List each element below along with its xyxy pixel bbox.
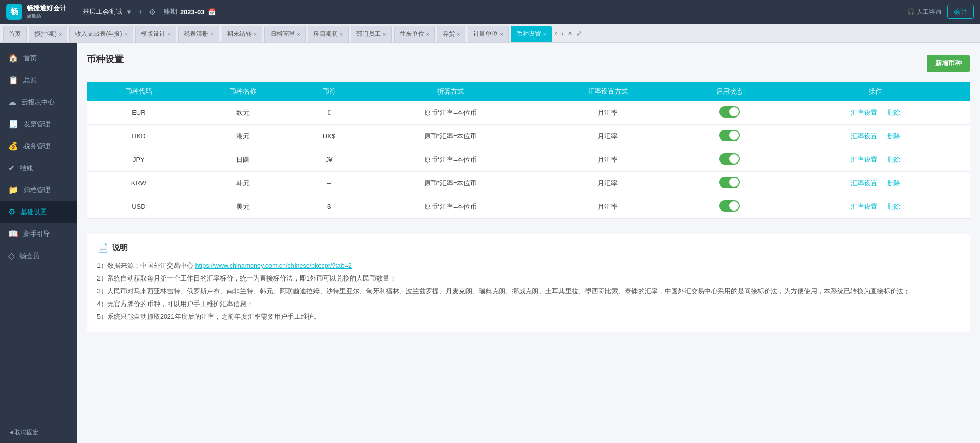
tab-taxform-label: 税表清册 [184, 30, 208, 38]
tab-income-label: 收入支出表(年报) [75, 30, 122, 38]
tab-prev-btn[interactable]: ‹ [553, 29, 559, 37]
cell-actions: 汇率设置 删除 [781, 101, 970, 125]
tab-archive-close[interactable]: × [297, 31, 300, 37]
tab-inventory[interactable]: 存货 × [437, 26, 465, 42]
rate-setting-link[interactable]: 汇率设置 [851, 156, 877, 164]
sidebar-item-tax[interactable]: 💰 税务管理 [0, 135, 77, 157]
tab-unit[interactable]: 计量单位 × [468, 26, 508, 42]
tab-unit-close[interactable]: × [500, 31, 503, 37]
sidebar-item-invoice[interactable]: 🧾 发票管理 [0, 113, 77, 135]
cell-status [677, 172, 781, 195]
delete-link[interactable]: 删除 [887, 156, 900, 164]
settings-btn[interactable]: ⚙ [149, 7, 156, 17]
tab-currency-label: 币种设置 [517, 30, 541, 38]
delete-link[interactable]: 删除 [887, 179, 900, 187]
cell-symbol: HK$ [295, 125, 363, 148]
cell-calc: 原币*汇率=本位币 [363, 195, 538, 219]
tab-currency[interactable]: 币种设置 × [511, 26, 552, 42]
col-name: 币种名称 [191, 82, 295, 101]
cell-code: KRW [87, 172, 191, 195]
tab-next-btn[interactable]: › [559, 29, 566, 37]
notice-item-5: 5）系统只能自动抓取2021年度后的汇率，之前年度汇率需要用户手工维护。 [97, 311, 960, 323]
delete-link[interactable]: 删除 [887, 109, 900, 116]
tab-inventory-close[interactable]: × [457, 31, 460, 37]
sidebar-item-archive[interactable]: 📁 归档管理 [0, 179, 77, 201]
tab-taxform-close[interactable]: × [210, 31, 213, 37]
sidebar-item-guide[interactable]: 📖 新手引导 [0, 223, 77, 245]
top-header: 畅 畅捷通好会计 旗舰版 基层工会测试 ▼ ＋ ⚙ 账期 2023-03 📅 🎧… [0, 0, 980, 24]
add-project-btn[interactable]: ＋ [136, 7, 144, 17]
tab-expand-btn[interactable]: ⤢ [574, 29, 584, 37]
sidebar-item-ledger[interactable]: 📋 总账 [0, 69, 77, 91]
tab-income[interactable]: 收入支出表(年报) × [69, 26, 133, 42]
tab-inventory-label: 存货 [443, 30, 455, 38]
sidebar-item-report[interactable]: ☁ 云报表中心 [0, 91, 77, 113]
rate-setting-link[interactable]: 汇率设置 [851, 203, 877, 211]
notice-link[interactable]: https://www.chinamoney.com.cn/chinese/bk… [195, 262, 352, 269]
tab-template[interactable]: 模版设计 × [135, 26, 176, 42]
sidebar-item-guide-label: 新手引导 [23, 229, 50, 239]
sidebar-item-basic[interactable]: ⚙ 基础设置 [0, 201, 77, 223]
ledger-icon: 📋 [8, 75, 18, 85]
tab-currency-close[interactable]: × [543, 31, 546, 37]
toggle-switch[interactable] [719, 200, 740, 212]
sidebar-item-checkout[interactable]: ✔ 结账 [0, 157, 77, 179]
tab-close-all-btn[interactable]: × [566, 29, 574, 37]
notice-title: 📄 说明 [97, 242, 960, 253]
delete-link[interactable]: 删除 [887, 132, 900, 140]
col-action: 操作 [781, 82, 970, 101]
tab-archive[interactable]: 归档管理 × [264, 26, 305, 42]
notice-icon: 📄 [97, 242, 108, 253]
toggle-switch[interactable] [719, 153, 740, 165]
cell-rate-type: 月汇率 [538, 125, 677, 148]
tab-home[interactable]: 首页 [3, 26, 27, 42]
sidebar-item-member[interactable]: ◇ 畅会员 [0, 245, 77, 267]
page-wrapper: 币种设置 新增币种 币种代码 币种名称 币符 折算方式 汇率设置方式 启用状态 … [77, 43, 980, 443]
project-dropdown-icon[interactable]: ▼ [126, 8, 132, 16]
tab-loss-close[interactable]: × [59, 31, 62, 37]
period-label: 账期 [164, 7, 177, 16]
tab-period-end-close[interactable]: × [254, 31, 257, 37]
tab-taxform[interactable]: 税表清册 × [178, 26, 219, 42]
toggle-switch[interactable] [719, 106, 740, 118]
tab-template-label: 模版设计 [141, 30, 165, 38]
tab-dept[interactable]: 部门员工 × [351, 26, 391, 42]
toggle-switch[interactable] [719, 130, 740, 141]
rate-setting-link[interactable]: 汇率设置 [851, 109, 877, 116]
sidebar-item-home[interactable]: 🏠 首页 [0, 47, 77, 69]
tab-dept-label: 部门员工 [356, 30, 381, 38]
support-label: 人工咨询 [917, 8, 941, 16]
support-btn[interactable]: 🎧 人工咨询 [907, 8, 941, 16]
tab-template-close[interactable]: × [167, 31, 170, 37]
tab-bar: 首页 损(中期) × 收入支出表(年报) × 模版设计 × 税表清册 × 期末结… [0, 24, 980, 43]
tab-partner[interactable]: 往来单位 × [394, 26, 435, 42]
tab-income-close[interactable]: × [124, 31, 127, 37]
delete-link[interactable]: 删除 [887, 203, 900, 211]
rate-setting-link[interactable]: 汇率设置 [851, 179, 877, 187]
tab-subject[interactable]: 科目期初 × [308, 26, 349, 42]
rate-setting-link[interactable]: 汇率设置 [851, 132, 877, 140]
calendar-icon[interactable]: 📅 [208, 8, 216, 16]
member-icon: ◇ [8, 251, 14, 261]
user-btn[interactable]: 会计 [947, 5, 974, 19]
toggle-switch[interactable] [719, 177, 740, 188]
new-currency-btn[interactable]: 新增币种 [927, 55, 970, 72]
sidebar: 🏠 首页 📋 总账 ☁ 云报表中心 🧾 发票管理 💰 税务管理 ✔ 结账 📁 归… [0, 43, 77, 443]
tab-loss[interactable]: 损(中期) × [29, 26, 67, 42]
tab-subject-close[interactable]: × [340, 31, 343, 37]
sidebar-item-home-label: 首页 [23, 54, 37, 63]
cell-name: 韩元 [191, 172, 295, 195]
cell-calc: 原币*汇率=本位币 [363, 148, 538, 172]
archive-icon: 📁 [8, 185, 18, 195]
tab-period-end[interactable]: 期末结转 × [222, 26, 262, 42]
tab-loss-label: 损(中期) [34, 30, 57, 38]
cell-actions: 汇率设置 删除 [781, 125, 970, 148]
cell-status [677, 101, 781, 125]
tab-dept-close[interactable]: × [383, 31, 386, 37]
notice-section: 📄 说明 1）数据来源：中国外汇交易中心 https://www.chinamo… [87, 234, 970, 332]
tab-partner-close[interactable]: × [426, 31, 429, 37]
basic-icon: ⚙ [8, 207, 15, 217]
pin-btn[interactable]: ◄取消固定 [8, 428, 68, 437]
cell-name: 日圆 [191, 148, 295, 172]
cell-rate-type: 月汇率 [538, 148, 677, 172]
